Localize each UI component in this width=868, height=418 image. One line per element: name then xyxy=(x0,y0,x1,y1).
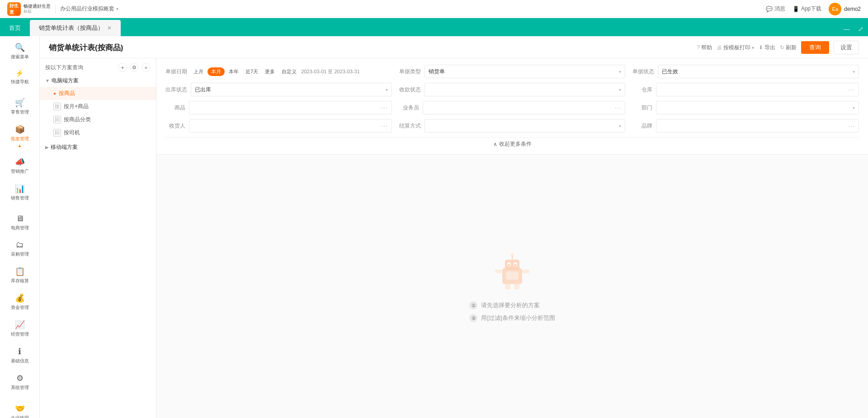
tab-close-icon[interactable]: ✕ xyxy=(107,25,112,31)
tab-minimize-btn[interactable]: — xyxy=(840,25,854,33)
dept-select[interactable]: ▾ xyxy=(656,101,859,114)
mobile-section-label: 移动端方案 xyxy=(51,143,78,151)
refresh-icon: ↻ xyxy=(780,44,784,51)
app-download-btn[interactable]: 📱 App下载 xyxy=(793,5,821,13)
date-label: 单据日期 xyxy=(165,68,191,76)
sidebar-item-basic-info[interactable]: ℹ 基础信息 xyxy=(0,342,39,369)
scheme-item-product[interactable]: ● 按商品 xyxy=(40,87,156,100)
product-filter-label: 商品 xyxy=(165,104,189,112)
sidebar-item-operations[interactable]: 📈 经营管理 xyxy=(0,315,39,342)
sidebar-item-sales[interactable]: 📊 销售管理 xyxy=(0,179,39,206)
retail-icon: 🛒 xyxy=(15,98,25,108)
doc-status-dropdown-icon: ▾ xyxy=(853,69,855,74)
dept-dropdown-icon: ▾ xyxy=(853,105,855,110)
workspace-dropdown-icon: ▾ xyxy=(116,6,118,11)
driver-icon: 回 xyxy=(53,129,61,137)
svg-rect-9 xyxy=(522,270,529,273)
doc-type-label: 单据类型 xyxy=(399,68,425,76)
enterprise-icon: 🤝 xyxy=(15,404,25,413)
salesperson-dots-icon: ··· xyxy=(615,104,622,111)
svg-rect-8 xyxy=(495,270,502,273)
sidebar-item-system[interactable]: ⚙ 系统管理 xyxy=(0,369,39,395)
receiver-input[interactable]: ··· xyxy=(189,119,392,133)
message-btn[interactable]: 💬 消息 xyxy=(766,5,785,13)
workspace-selector[interactable]: 办公用品行业模拟账套 ▾ xyxy=(60,5,118,13)
tab-home[interactable]: 首页 xyxy=(0,20,30,36)
mobile-section-header[interactable]: ▶ 移动端方案 xyxy=(40,141,156,153)
doc-type-dropdown-icon: ▾ xyxy=(619,69,621,74)
sidebar-item-inventory[interactable]: 📋 库存核算 xyxy=(0,262,39,289)
sidebar-item-quick-nav[interactable]: ⚡ 快捷导航 xyxy=(0,65,39,90)
export-icon: ⬇ xyxy=(759,44,763,51)
doc-type-select[interactable]: 销货单 ▾ xyxy=(425,65,626,78)
brand-dots-icon: ··· xyxy=(848,122,855,129)
sidebar-item-marketing[interactable]: 📣 营销推广 xyxy=(0,152,39,179)
date-tab-this-year[interactable]: 本年 xyxy=(226,67,241,76)
sidebar-item-finance[interactable]: 💰 资金管理 xyxy=(0,289,39,315)
tab-maximize-btn[interactable]: ⤢ xyxy=(854,25,868,33)
basic-info-icon: ℹ xyxy=(18,347,21,356)
export-btn[interactable]: ⬇ 导出 xyxy=(759,44,775,52)
warehouse-input[interactable]: ··· xyxy=(656,83,859,96)
receiver-dots-icon: ··· xyxy=(381,122,388,129)
date-tab-prev-month[interactable]: 上月 xyxy=(191,67,206,76)
system-icon: ⚙ xyxy=(16,373,24,383)
panel-settings-btn[interactable]: ⚙ xyxy=(130,63,139,72)
panel-collapse-btn[interactable]: « xyxy=(142,63,151,72)
operations-icon: 📈 xyxy=(15,320,25,330)
date-tab-more[interactable]: 更多 xyxy=(262,67,278,76)
svg-point-4 xyxy=(508,264,510,266)
logo-text: 畅捷通好生意 标版 xyxy=(24,3,51,14)
out-status-select[interactable]: 已出库 ▾ xyxy=(191,83,392,96)
tip-num1: ① xyxy=(469,301,477,309)
help-btn[interactable]: ? 帮助 xyxy=(697,44,712,52)
refresh-btn[interactable]: ↻ 刷新 xyxy=(780,44,797,52)
panel-add-btn[interactable]: + xyxy=(118,63,127,72)
tab-stats[interactable]: 销货单统计表（按商品） ✕ xyxy=(30,20,121,36)
sidebar-item-ecommerce[interactable]: 🖥 电商管理 xyxy=(0,209,39,236)
sidebar-item-wholesale[interactable]: 📦 批发管理 ▲ xyxy=(0,120,39,152)
doc-status-label: 单据状态 xyxy=(632,68,658,76)
user-area[interactable]: Ea demo2 xyxy=(829,3,861,15)
sidebar-item-enterprise[interactable]: 🤝 企业协同 xyxy=(0,399,39,418)
sidebar-item-retail[interactable]: 🛒 零售管理 xyxy=(0,93,39,120)
query-button[interactable]: 查询 xyxy=(801,41,829,54)
product-dots-icon: ··· xyxy=(381,104,388,111)
collect-status-select[interactable]: ▾ xyxy=(425,83,626,96)
scheme-item-category[interactable]: 回 按商品分类 xyxy=(40,113,156,126)
marketing-icon: 📣 xyxy=(15,157,25,167)
product-input[interactable]: ··· xyxy=(189,101,392,114)
svg-point-5 xyxy=(514,264,516,266)
date-tab-this-month[interactable]: 本月 xyxy=(208,67,225,76)
svg-rect-10 xyxy=(505,283,510,290)
user-name: demo2 xyxy=(844,6,861,12)
svg-rect-1 xyxy=(505,260,519,270)
settlement-dropdown-icon: ▾ xyxy=(619,124,621,128)
date-tab-custom[interactable]: 自定义 xyxy=(279,67,299,76)
receiver-label: 收货人 xyxy=(165,122,189,130)
scheme-item-driver[interactable]: 回 按司机 xyxy=(40,126,156,139)
empty-tip2: 用[过滤]条件来缩小分析范围 xyxy=(481,314,555,322)
desktop-section-header[interactable]: ▼ 电脑端方案 xyxy=(40,75,156,87)
settings-button[interactable]: 设置 xyxy=(834,41,859,54)
product-active-icon: ● xyxy=(53,91,56,96)
message-icon: 💬 xyxy=(766,6,773,12)
mobile-section: ▶ 移动端方案 xyxy=(40,141,156,153)
sidebar-item-purchase[interactable]: 🗂 采购管理 xyxy=(0,236,39,262)
out-status-dropdown-icon: ▾ xyxy=(386,87,388,92)
dept-label: 部门 xyxy=(632,104,656,112)
brand-input[interactable]: ··· xyxy=(656,119,859,133)
date-tab-7days[interactable]: 近7天 xyxy=(243,67,261,76)
collapse-filters-btn[interactable]: ∧ 收起更多条件 xyxy=(493,140,532,148)
empty-tips: ① 请先选择要分析的方案 ② 用[过滤]条件来缩小分析范围 xyxy=(469,301,555,322)
category-icon: 回 xyxy=(53,116,61,124)
doc-status-select[interactable]: 已生效 ▾ xyxy=(658,65,859,78)
doc-status-value: 已生效 xyxy=(662,68,678,76)
settlement-select[interactable]: ▾ xyxy=(425,119,626,133)
sidebar-item-search-menu[interactable]: 🔍 搜索菜单 xyxy=(0,38,39,65)
doc-type-value: 销货单 xyxy=(429,68,445,76)
salesperson-input[interactable]: ··· xyxy=(423,101,626,114)
print-btn[interactable]: 🖨 按模板打印 ▾ xyxy=(717,44,754,52)
scheme-item-month-product[interactable]: 按 按月+商品 xyxy=(40,100,156,113)
out-status-value: 已出库 xyxy=(195,86,211,94)
